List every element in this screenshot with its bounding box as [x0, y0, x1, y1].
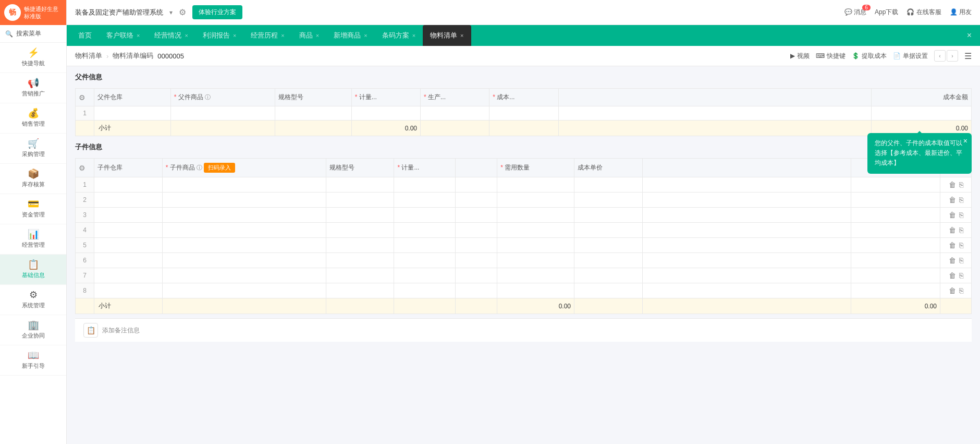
copy-row-8-button[interactable]: ⎘: [959, 286, 963, 295]
child-unit-price-cell-3[interactable]: [574, 208, 643, 223]
shortcut-button[interactable]: ⌨ 快捷键: [816, 52, 846, 61]
messages-button[interactable]: 💬 6 消息: [844, 8, 866, 17]
tab-close-goods[interactable]: ×: [316, 32, 319, 39]
sidebar-item-purchase[interactable]: 🛒 采购管理: [0, 134, 66, 164]
child-spec-cell-7[interactable]: [326, 268, 394, 283]
online-service-button[interactable]: 🎧 在线客服: [906, 8, 941, 17]
sidebar-item-guide[interactable]: 📖 新手引导: [0, 345, 66, 376]
settings-icon[interactable]: ⚙: [179, 7, 186, 17]
nav-next-button[interactable]: ›: [947, 50, 958, 62]
delete-row-4-button[interactable]: 🗑: [949, 226, 956, 234]
tab-customers[interactable]: 客户联络×: [99, 25, 147, 46]
delete-row-7-button[interactable]: 🗑: [949, 271, 956, 280]
child-warehouse-cell-5[interactable]: [94, 238, 163, 253]
child-goods-cell-2[interactable]: [162, 193, 326, 208]
child-unit-cell-4[interactable]: [394, 223, 456, 238]
trial-button[interactable]: 体验行业方案: [192, 5, 242, 19]
copy-row-6-button[interactable]: ⎘: [959, 256, 963, 265]
child-spec-cell-4[interactable]: [326, 223, 394, 238]
tab-operations[interactable]: 经营情况×: [147, 25, 195, 46]
child-qty-cell-8[interactable]: [497, 283, 574, 298]
child-spec-cell-6[interactable]: [326, 253, 394, 268]
child-qty-cell-4[interactable]: [497, 223, 574, 238]
nav-prev-button[interactable]: ‹: [934, 50, 946, 62]
copy-row-3-button[interactable]: ⎘: [959, 211, 963, 219]
tab-home[interactable]: 首页: [71, 25, 99, 46]
child-spec-cell-2[interactable]: [326, 193, 394, 208]
child-warehouse-cell-7[interactable]: [94, 268, 163, 283]
tab-barcode[interactable]: 条码方案×: [375, 25, 423, 46]
tab-bar-close-button[interactable]: ×: [963, 31, 976, 40]
child-qty-cell-1[interactable]: [497, 177, 574, 193]
search-menu[interactable]: 🔍 搜索菜单: [0, 25, 66, 43]
sidebar-item-marketing[interactable]: 📢 营销推广: [0, 73, 66, 103]
tab-biz-history[interactable]: 经营历程×: [243, 25, 291, 46]
child-qty-cell-7[interactable]: [497, 268, 574, 283]
child-unit-price-cell-6[interactable]: [574, 253, 643, 268]
copy-row-5-button[interactable]: ⎘: [959, 241, 963, 249]
add-note-button[interactable]: 📋: [83, 323, 98, 338]
tab-goods[interactable]: 商品×: [292, 25, 326, 46]
tab-close-profit[interactable]: ×: [233, 32, 236, 39]
child-unit-cell-7[interactable]: [394, 268, 456, 283]
list-view-icon[interactable]: ☰: [964, 51, 972, 61]
child-unit-price-cell-2[interactable]: [574, 193, 643, 208]
extract-cost-button[interactable]: 💲 提取成本: [852, 52, 887, 61]
child-unit-price-cell-5[interactable]: [574, 238, 643, 253]
child-spec-cell-3[interactable]: [326, 208, 394, 223]
child-spec-cell-8[interactable]: [326, 283, 394, 298]
parent-goods-cell[interactable]: [170, 106, 275, 121]
parent-settings-icon[interactable]: ⚙: [79, 93, 85, 102]
tab-close-operations[interactable]: ×: [185, 32, 188, 39]
delete-row-3-button[interactable]: 🗑: [949, 211, 956, 219]
parent-warehouse-cell[interactable]: [94, 106, 171, 121]
tab-close-biz-history[interactable]: ×: [281, 32, 284, 39]
user-menu[interactable]: 👤 用友: [950, 8, 972, 17]
tab-bom[interactable]: 物料清单×: [423, 25, 471, 46]
view-video-button[interactable]: ▶ 视频: [790, 52, 810, 61]
sidebar-item-quick-nav[interactable]: ⚡ 快捷导航: [0, 43, 66, 73]
child-goods-cell-7[interactable]: [162, 268, 326, 283]
sidebar-item-enterprise[interactable]: 🏢 企业协同: [0, 315, 66, 345]
parent-spec-cell[interactable]: [275, 106, 352, 121]
child-unit-cell-5[interactable]: [394, 238, 456, 253]
child-settings-icon[interactable]: ⚙: [79, 164, 85, 172]
child-unit-cell-1[interactable]: [394, 177, 456, 193]
tab-profit[interactable]: 利润报告×: [195, 25, 243, 46]
delete-row-8-button[interactable]: 🗑: [949, 286, 956, 295]
delete-row-1-button[interactable]: 🗑: [949, 181, 956, 189]
app-download-button[interactable]: App下载: [875, 8, 898, 17]
child-unit-price-cell-1[interactable]: [574, 177, 643, 193]
child-goods-cell-5[interactable]: [162, 238, 326, 253]
child-unit-price-cell-7[interactable]: [574, 268, 643, 283]
sidebar-item-operations[interactable]: 📊 经营管理: [0, 224, 66, 255]
parent-cost-cell[interactable]: [489, 106, 558, 121]
child-qty-cell-2[interactable]: [497, 193, 574, 208]
delete-row-6-button[interactable]: 🗑: [949, 256, 956, 265]
tab-close-bom[interactable]: ×: [460, 32, 463, 39]
delete-row-2-button[interactable]: 🗑: [949, 196, 956, 204]
child-qty-cell-5[interactable]: [497, 238, 574, 253]
child-qty-cell-3[interactable]: [497, 208, 574, 223]
child-unit-cell-8[interactable]: [394, 283, 456, 298]
child-goods-cell-3[interactable]: [162, 208, 326, 223]
copy-row-1-button[interactable]: ⎘: [959, 181, 963, 189]
copy-row-4-button[interactable]: ⎘: [959, 226, 963, 234]
child-goods-cell-4[interactable]: [162, 223, 326, 238]
child-spec-cell-5[interactable]: [326, 238, 394, 253]
scan-input-button[interactable]: 扫码录入: [204, 163, 235, 173]
child-unit-price-cell-8[interactable]: [574, 283, 643, 298]
child-warehouse-cell-6[interactable]: [94, 253, 163, 268]
tab-new-goods[interactable]: 新增商品×: [326, 25, 374, 46]
child-unit-cell-6[interactable]: [394, 253, 456, 268]
child-qty-cell-6[interactable]: [497, 253, 574, 268]
breadcrumb-item1[interactable]: 物料清单: [75, 51, 102, 61]
child-spec-cell-1[interactable]: [326, 177, 394, 193]
dropdown-arrow-icon[interactable]: ▾: [169, 9, 173, 16]
child-warehouse-cell-2[interactable]: [94, 193, 163, 208]
child-unit-cell-2[interactable]: [394, 193, 456, 208]
tooltip-close-button[interactable]: ×: [963, 135, 967, 147]
doc-settings-button[interactable]: 📄 单据设置: [893, 52, 928, 61]
parent-unit-cell[interactable]: [351, 106, 420, 121]
delete-row-5-button[interactable]: 🗑: [949, 241, 956, 249]
